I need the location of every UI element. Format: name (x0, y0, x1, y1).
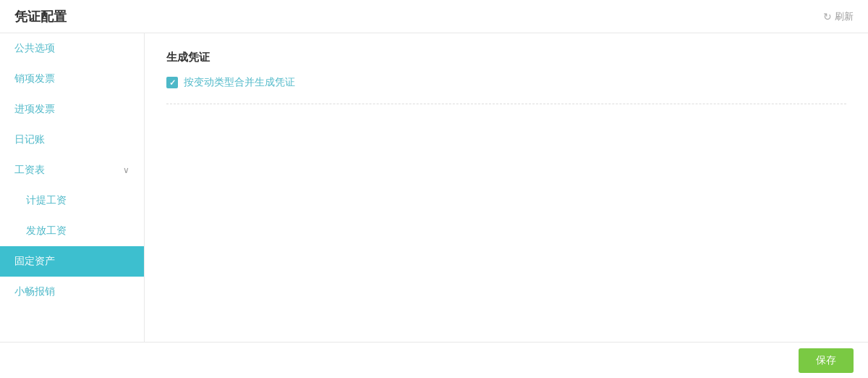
sidebar-item-label: 日记账 (14, 133, 45, 146)
checkbox-label: 按变动类型合并生成凭证 (184, 76, 295, 89)
sidebar-item-journal[interactable]: 日记账 (0, 125, 144, 155)
sidebar-item-label: 公共选项 (14, 42, 55, 55)
main-content: 生成凭证 按变动类型合并生成凭证 (145, 33, 868, 342)
merge-type-checkbox[interactable] (166, 77, 178, 88)
sidebar-item-sales-invoice[interactable]: 销项发票 (0, 64, 144, 94)
sidebar-item-purchase-invoice[interactable]: 进项发票 (0, 94, 144, 125)
save-button[interactable]: 保存 (799, 348, 854, 373)
sidebar-item-label: 计提工资 (26, 194, 67, 207)
page-header: 凭证配置 ↻ 刷新 (0, 0, 868, 33)
sidebar-item-label: 进项发票 (14, 103, 55, 116)
sidebar-item-label: 工资表 (14, 164, 45, 177)
sidebar-item-label: 销项发票 (14, 72, 55, 85)
body-layout: 公共选项销项发票进项发票日记账工资表∨计提工资发放工资固定资产小畅报销 生成凭证… (0, 33, 868, 342)
refresh-label: 刷新 (835, 10, 854, 23)
sidebar-item-payroll-table[interactable]: 工资表∨ (0, 155, 144, 185)
page-wrapper: 凭证配置 ↻ 刷新 公共选项销项发票进项发票日记账工资表∨计提工资发放工资固定资… (0, 0, 868, 378)
refresh-button[interactable]: ↻ 刷新 (823, 10, 854, 23)
sidebar: 公共选项销项发票进项发票日记账工资表∨计提工资发放工资固定资产小畅报销 (0, 33, 145, 342)
sidebar-item-label: 固定资产 (14, 255, 55, 268)
refresh-icon: ↻ (823, 11, 832, 22)
sidebar-item-public-options[interactable]: 公共选项 (0, 33, 144, 64)
sidebar-item-label: 小畅报销 (14, 285, 55, 298)
section-title: 生成凭证 (166, 51, 846, 64)
checkbox-row: 按变动类型合并生成凭证 (166, 76, 846, 89)
sidebar-item-petty-expense[interactable]: 小畅报销 (0, 277, 144, 307)
page-title: 凭证配置 (14, 8, 67, 25)
page-footer: 保存 (0, 342, 868, 378)
sidebar-item-label: 发放工资 (26, 224, 67, 238)
sidebar-item-accrued-payroll[interactable]: 计提工资 (0, 185, 144, 216)
sidebar-item-pay-payroll[interactable]: 发放工资 (0, 216, 144, 246)
chevron-down-icon: ∨ (123, 165, 129, 175)
section-divider (166, 104, 846, 104)
sidebar-item-fixed-assets[interactable]: 固定资产 (0, 246, 144, 277)
